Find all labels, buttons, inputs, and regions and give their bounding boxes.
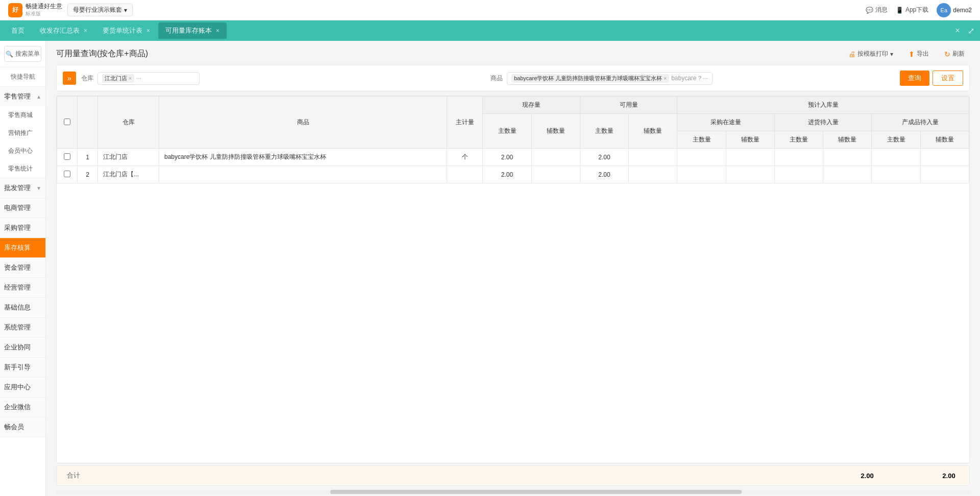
th-checkbox	[57, 97, 78, 149]
td-current-aux-2	[531, 166, 580, 183]
message-btn[interactable]: 💬 消息	[866, 6, 888, 14]
sidebar-group-wechat-header[interactable]: 企业微信	[0, 397, 45, 417]
sidebar-group-operations: 经营管理	[0, 278, 45, 298]
td-avail-aux-1	[629, 149, 677, 166]
td-arrival-main-2	[774, 166, 823, 183]
tab-receive-summary-close[interactable]: ×	[84, 27, 87, 34]
search-menu-btn[interactable]: 🔍 搜索菜单	[4, 46, 41, 62]
sidebar-group-wholesale-header[interactable]: 批发管理 ▼	[0, 178, 45, 198]
scrollbar-thumb[interactable]	[330, 490, 742, 494]
td-purchase-aux-1	[726, 149, 774, 166]
industry-selector[interactable]: 母婴行业演示账套 ▾	[67, 4, 133, 16]
print-btn[interactable]: 🖨 按模板打印 ▾	[843, 47, 898, 61]
top-bar: 好 畅捷通好生意 标准版 母婴行业演示账套 ▾ 💬 消息 📱 App下载 Ea …	[0, 0, 980, 20]
page-actions: 🖨 按模板打印 ▾ ⬆ 导出 ↻ 刷新	[843, 47, 970, 61]
td-arrival-aux-2	[823, 166, 872, 183]
filter-expand-btn[interactable]: »	[63, 72, 76, 85]
warehouse-tag: 江北门店 ×	[102, 74, 134, 83]
warehouse-tag-close[interactable]: ×	[129, 76, 132, 81]
select-all-checkbox[interactable]	[64, 119, 70, 125]
tab-receive-summary[interactable]: 收发存汇总表 ×	[33, 22, 94, 39]
avatar: Ea	[937, 3, 951, 17]
export-btn[interactable]: ⬆ 导出	[903, 47, 934, 61]
query-btn[interactable]: 查询	[900, 70, 929, 86]
tab-receive-summary-label: 收发存汇总表	[40, 26, 80, 35]
sidebar-item-retail-stats[interactable]: 零售统计	[0, 160, 45, 178]
sidebar-group-retail-header[interactable]: 零售管理 ▲	[0, 87, 45, 106]
td-production-aux-2	[920, 166, 969, 183]
footer-avail-main: 2.00	[934, 472, 964, 480]
tab-home[interactable]: 首页	[4, 22, 32, 39]
product-tag-close[interactable]: ×	[664, 76, 667, 81]
sidebar-group-vip-header[interactable]: 畅会员	[0, 417, 45, 437]
close-window-btn[interactable]: ×	[952, 26, 963, 35]
table-row: 2 江北门店【... 2.00 2.00	[57, 166, 969, 183]
td-purchase-aux-2	[726, 166, 774, 183]
logo-icon: 好	[8, 3, 22, 17]
th-product: 商品	[159, 97, 447, 149]
refresh-label: 刷新	[952, 50, 965, 58]
sidebar-group-operations-header[interactable]: 经营管理	[0, 278, 45, 297]
tab-order-stats-label: 要货单统计表	[103, 26, 142, 35]
th-group-current: 现存量	[483, 97, 580, 114]
row-checkbox-2[interactable]	[64, 171, 70, 177]
search-icon: 🔍	[6, 51, 13, 58]
sidebar-item-member-center[interactable]: 会员中心	[0, 142, 45, 160]
sidebar-group-purchase-header[interactable]: 采购管理	[0, 218, 45, 238]
product-more[interactable]: babycare？···	[671, 74, 707, 83]
refresh-btn[interactable]: ↻ 刷新	[939, 47, 970, 61]
user-area[interactable]: Ea demo2	[937, 3, 972, 17]
user-name: demo2	[953, 7, 972, 14]
sidebar-item-quick-nav[interactable]: 快捷导航	[0, 67, 45, 87]
sidebar-group-finance-header[interactable]: 资金管理	[0, 258, 45, 277]
quick-nav-label: 快捷导航	[11, 73, 35, 80]
print-icon: 🖨	[848, 50, 855, 58]
tab-home-label: 首页	[11, 26, 24, 35]
sidebar: 🔍 搜索菜单 快捷导航 零售管理 ▲ 零售商城 营销推广 会员中心 零售统计 批…	[0, 41, 46, 496]
sidebar-group-basic-header[interactable]: 基础信息	[0, 298, 45, 317]
sidebar-group-collab-header[interactable]: 企业协同	[0, 338, 45, 357]
table-container: 仓库 商品 主计量 现存量 可用量 预计入库量 主数量 辅数量 主数量 辅数量 …	[56, 96, 970, 463]
th-avail-main: 主数量	[580, 114, 628, 149]
sidebar-group-retail-label: 零售管理	[4, 92, 31, 101]
th-purchase-aux: 辅数量	[726, 131, 774, 149]
sidebar-group-newguide-header[interactable]: 新手引导	[0, 358, 45, 377]
td-avail-main-2: 2.00	[580, 166, 628, 183]
sidebar-item-retail-mall[interactable]: 零售商城	[0, 106, 45, 124]
sidebar-group-system-header[interactable]: 系统管理	[0, 318, 45, 337]
sidebar-group-appcenter-label: 应用中心	[4, 383, 31, 392]
tab-available-inventory[interactable]: 可用量库存账本 ×	[158, 22, 227, 39]
td-production-aux-1	[920, 149, 969, 166]
horizontal-scrollbar[interactable]	[56, 490, 970, 494]
sidebar-group-appcenter-header[interactable]: 应用中心	[0, 377, 45, 397]
page-title: 可用量查询(按仓库+商品)	[56, 49, 148, 59]
tab-order-stats[interactable]: 要货单统计表 ×	[95, 22, 157, 39]
tab-available-inventory-close[interactable]: ×	[216, 27, 219, 34]
sidebar-group-collab: 企业协同	[0, 338, 45, 358]
th-arrival-main: 主数量	[774, 131, 823, 149]
setting-btn[interactable]: 设置	[933, 70, 963, 86]
data-table: 仓库 商品 主计量 现存量 可用量 预计入库量 主数量 辅数量 主数量 辅数量 …	[57, 96, 969, 183]
maximize-window-btn[interactable]: ⤢	[966, 26, 976, 36]
sidebar-group-ecommerce-header[interactable]: 电商管理	[0, 198, 45, 218]
sidebar-item-marketing[interactable]: 营销推广	[0, 124, 45, 142]
sidebar-group-collab-label: 企业协同	[4, 343, 31, 352]
warehouse-label: 仓库	[81, 74, 93, 83]
warehouse-more[interactable]: ···	[136, 75, 141, 82]
warehouse-tag-text: 江北门店	[105, 75, 127, 82]
sidebar-group-ecommerce-label: 电商管理	[4, 203, 31, 212]
product-input[interactable]: babycare学饮杯 儿童防摔防撞吸管杯重力球吸嘴杯宝宝水杯 × babyca…	[507, 72, 713, 85]
industry-name: 母婴行业演示账套	[73, 6, 122, 14]
row-checkbox-1[interactable]	[64, 153, 70, 160]
sidebar-group-newguide: 新手引导	[0, 358, 45, 377]
sidebar-group-purchase: 采购管理	[0, 218, 45, 238]
sidebar-group-inventory-header[interactable]: 库存核算	[0, 238, 45, 257]
tab-order-stats-close[interactable]: ×	[146, 27, 150, 34]
top-bar-left: 好 畅捷通好生意 标准版 母婴行业演示账套 ▾	[8, 3, 133, 18]
td-arrival-aux-1	[823, 149, 872, 166]
sidebar-group-inventory-label: 库存核算	[4, 243, 31, 252]
app-download-btn[interactable]: 📱 App下载	[896, 6, 928, 14]
th-purchase-main: 主数量	[677, 131, 726, 149]
sidebar-group-purchase-label: 采购管理	[4, 223, 31, 232]
warehouse-input[interactable]: 江北门店 × ···	[97, 72, 200, 85]
